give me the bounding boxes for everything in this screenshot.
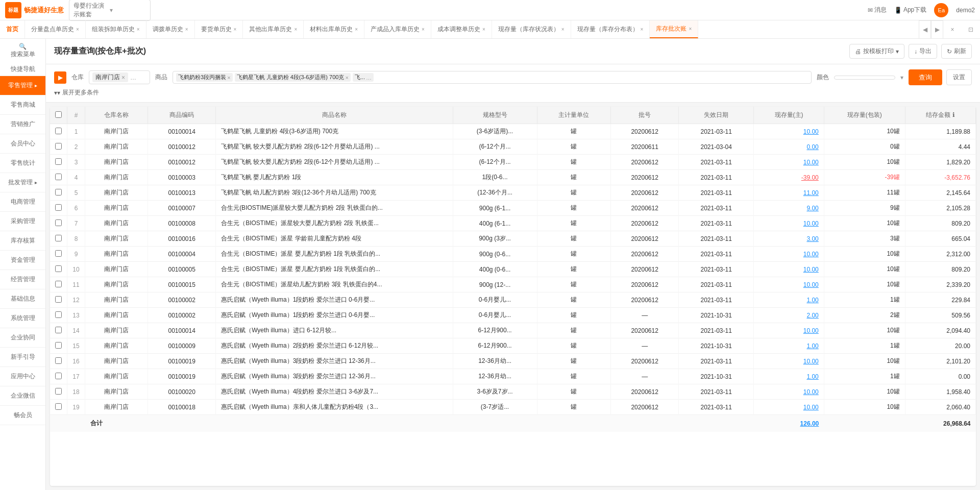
sidebar-item-purchase[interactable]: 采购管理 (0, 212, 45, 231)
sidebar-item-wechat[interactable]: 企业微信 (0, 386, 45, 406)
close-icon[interactable]: × (482, 27, 485, 32)
close-icon[interactable]: × (641, 27, 644, 32)
tab-xiancunliang1[interactable]: 现存量（库存状况表） × (492, 20, 571, 38)
sidebar-item-basic-info[interactable]: 基础信息 (0, 289, 45, 309)
nav-prev-icon[interactable]: ◀ (919, 20, 931, 39)
tab-yaohuo[interactable]: 要货单历史 × (195, 20, 243, 38)
app-download-btn[interactable]: 📱 App下载 (894, 6, 926, 14)
tab-fenliangpandian[interactable]: 分量盘点单历史 × (25, 20, 86, 38)
sidebar-item-retail-stats[interactable]: 零售统计 (0, 154, 45, 173)
row-qty-main[interactable]: 1.00 (754, 292, 824, 308)
row-qty-main[interactable]: 10.00 (754, 216, 824, 231)
warehouse-filter-box[interactable]: 南岸门店 × … (89, 70, 150, 84)
goods-filter-box[interactable]: 飞鹤奶粉3段丙捆装 × 飞鹤星飞帆 儿童奶粉 4段(3-6岁适用) 700克 ×… (173, 71, 812, 84)
tab-chanchengpin[interactable]: 产成品入库单历史 × (364, 20, 431, 38)
sidebar-item-members[interactable]: 会员中心 (0, 134, 45, 154)
tab-zuzhuang[interactable]: 组装拆卸单历史 × (86, 20, 146, 38)
sidebar-item-retail-mgmt[interactable]: 零售管理 ▸ (0, 76, 45, 95)
row-checkbox[interactable] (50, 323, 67, 338)
row-qty-main[interactable]: 2.00 (754, 308, 824, 323)
tab-home[interactable]: 首页 (0, 20, 25, 38)
row-qty-main[interactable]: 10.00 (754, 247, 824, 262)
row-qty-main[interactable]: 10.00 (754, 400, 824, 415)
row-qty-main[interactable]: 0.00 (754, 139, 824, 155)
color-input[interactable] (834, 76, 895, 80)
col-checkbox[interactable] (50, 107, 67, 124)
row-qty-main[interactable]: 10.00 (754, 384, 824, 400)
nav-next-icon[interactable]: ▶ (931, 20, 943, 39)
template-print-button[interactable]: 🖨 按模板打印 ▾ (849, 44, 904, 59)
sidebar-quick-nav[interactable]: 快捷导航 (0, 63, 45, 76)
close-icon[interactable]: × (137, 27, 140, 32)
row-checkbox[interactable] (50, 185, 67, 201)
messages-btn[interactable]: ✉ 消息 (868, 6, 887, 14)
close-icon[interactable]: × (185, 27, 188, 32)
close-icon[interactable]: × (234, 27, 237, 32)
sidebar-search[interactable]: 🔍 搜索菜单 (0, 39, 45, 63)
color-dropdown-icon[interactable]: ▾ (900, 74, 903, 81)
row-checkbox[interactable] (50, 124, 67, 139)
close-icon[interactable]: × (422, 27, 425, 32)
row-qty-main[interactable]: 10.00 (754, 155, 824, 170)
setting-button[interactable]: 设置 (946, 69, 972, 85)
sidebar-item-vip[interactable]: 畅会员 (0, 406, 45, 425)
tab-xiancunliang2[interactable]: 现存量（库存分布表） × (571, 20, 650, 38)
refresh-button[interactable]: ↻ 刷新 (941, 44, 972, 59)
row-qty-main[interactable]: 9.00 (754, 201, 824, 216)
row-qty-main[interactable]: 1.00 (754, 369, 824, 384)
row-qty-main[interactable]: 10.00 (754, 323, 824, 338)
row-qty-main[interactable]: 11.00 (754, 185, 824, 201)
row-qty-main[interactable]: 10.00 (754, 262, 824, 277)
row-checkbox[interactable] (50, 369, 67, 384)
row-checkbox[interactable] (50, 308, 67, 323)
row-checkbox[interactable] (50, 354, 67, 369)
sidebar-item-marketing[interactable]: 营销推广 (0, 115, 45, 134)
select-all-checkbox[interactable] (55, 111, 62, 118)
sidebar-item-finance[interactable]: 资金管理 (0, 251, 45, 270)
sidebar-item-guide[interactable]: 新手引导 (0, 348, 45, 367)
row-checkbox[interactable] (50, 201, 67, 216)
row-checkbox[interactable] (50, 292, 67, 308)
goods-tag-2-close[interactable]: × (345, 75, 348, 81)
sidebar-item-retail-shop[interactable]: 零售商城 (0, 95, 45, 115)
export-button[interactable]: ↓ 导出 (909, 44, 937, 59)
expand-more-btn[interactable]: ▾▾ 展开更多条件 (54, 88, 972, 97)
tab-cailiao[interactable]: 材料出库单历史 × (304, 20, 364, 38)
nav-menu-icon[interactable]: ⊡ (962, 20, 980, 39)
row-checkbox[interactable] (50, 338, 67, 354)
sidebar-item-enterprise[interactable]: 企业协同 (0, 328, 45, 348)
row-checkbox[interactable] (50, 277, 67, 292)
row-checkbox[interactable] (50, 400, 67, 415)
row-checkbox[interactable] (50, 262, 67, 277)
nav-close-icon[interactable]: × (943, 20, 962, 39)
sidebar-item-app-center[interactable]: 应用中心 (0, 367, 45, 386)
row-qty-main[interactable]: 3.00 (754, 231, 824, 247)
row-checkbox[interactable] (50, 155, 67, 170)
sidebar-item-sys-mgmt[interactable]: 系统管理 (0, 309, 45, 328)
row-checkbox[interactable] (50, 139, 67, 155)
search-toggle-button[interactable]: ▶ (54, 71, 66, 84)
warehouse-tag-close[interactable]: × (121, 74, 125, 81)
tab-qitachuku[interactable]: 其他出库单历史 × (243, 20, 304, 38)
close-icon[interactable]: × (294, 27, 297, 32)
warehouse-more[interactable]: … (130, 74, 136, 81)
row-checkbox[interactable] (50, 231, 67, 247)
row-checkbox[interactable] (50, 216, 67, 231)
row-checkbox[interactable] (50, 247, 67, 262)
row-qty-main[interactable]: 10.00 (754, 354, 824, 369)
tab-kucunpici[interactable]: 库存批次账 × (650, 20, 698, 38)
goods-more[interactable]: … (366, 75, 372, 81)
sidebar-item-wholesale[interactable]: 批发管理 ▸ (0, 173, 45, 192)
tab-chengben[interactable]: 成本调整单历史 × (431, 20, 492, 38)
tab-diaobo[interactable]: 调拨单历史 × (146, 20, 195, 38)
goods-tag-1-close[interactable]: × (227, 75, 230, 81)
close-icon[interactable]: × (689, 26, 692, 32)
row-checkbox[interactable] (50, 384, 67, 400)
row-qty-main[interactable]: 10.00 (754, 277, 824, 292)
search-button[interactable]: 查询 (909, 69, 942, 85)
store-selector[interactable]: 母婴行业演示账套 ▾ (69, 0, 151, 21)
close-icon[interactable]: × (561, 27, 565, 32)
sidebar-item-ecommerce[interactable]: 电商管理 (0, 192, 45, 212)
row-qty-main[interactable]: 10.00 (754, 124, 824, 139)
row-checkbox[interactable] (50, 170, 67, 185)
